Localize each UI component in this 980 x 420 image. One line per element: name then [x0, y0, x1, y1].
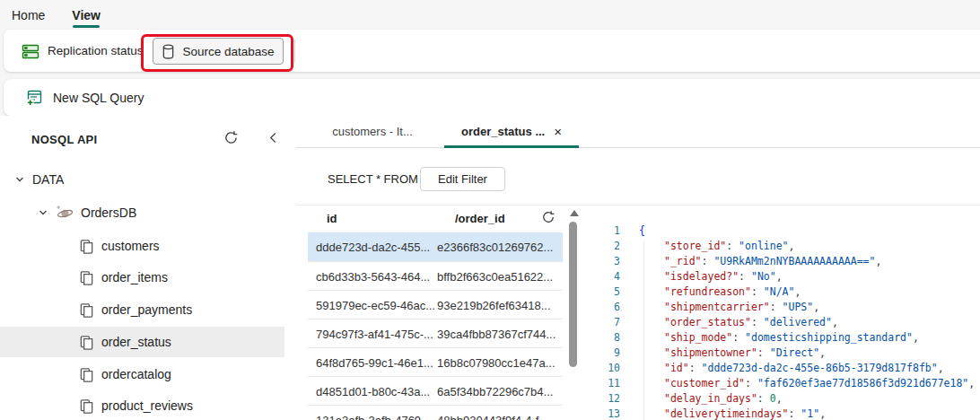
code-line: "shipmentowner": "Direct", [639, 346, 975, 361]
code-line: "isdelayed?": "No", [639, 269, 975, 284]
tree-item-label: DATA [32, 172, 64, 187]
replication-status-icon [22, 42, 39, 60]
document-icon [79, 239, 94, 254]
cell-id: 591979ec-ec59-46ac... [316, 298, 435, 311]
sidebar-item-order_payments[interactable]: order_payments [79, 294, 192, 325]
cell-id: cb6d33b3-5643-464... [316, 269, 430, 283]
json-document-editor[interactable]: {"store_id": "online","_rid": "U9RkAMm2n… [639, 223, 975, 420]
new-sql-query-icon [26, 89, 43, 106]
scroll-up-icon[interactable] [570, 210, 579, 216]
cell-order-id: 48bb930443f9f4-4-f... [437, 413, 548, 420]
cell-order-id: 6a5f34bb72296c7b4... [437, 384, 553, 398]
cell-order-id: e2366f83c01269762... [437, 241, 553, 254]
collapse-chevron-left-icon[interactable] [267, 131, 280, 144]
cell-id: 131a3afb-3afb-4769... [316, 413, 431, 420]
tab-view[interactable]: View [72, 8, 101, 22]
cosmos-planet-icon [56, 204, 74, 222]
query-row-divider [296, 205, 980, 206]
line-number: 2 [588, 239, 620, 254]
container-label: order_items [101, 270, 168, 284]
line-number: 12 [588, 391, 620, 407]
source-database-button[interactable]: Source database [153, 38, 284, 65]
chevron-down-icon[interactable] [38, 207, 48, 218]
toolbar-divider [294, 39, 295, 62]
tab-label: order_status ... [461, 125, 545, 138]
line-number: 8 [588, 330, 620, 346]
tabstrip-divider [296, 147, 980, 148]
table-row[interactable]: 131a3afb-3afb-4769...48bb930443f9f4-4-f.… [308, 405, 563, 420]
sidebar-item-product_reviews[interactable]: product_reviews [79, 390, 193, 420]
code-line: "_rid": "U9RkAMm2nNYBAAAAAAAAAA==", [639, 254, 975, 269]
line-number: 9 [588, 346, 620, 361]
tree-item-ordersdb[interactable]: OrdersDB [38, 201, 136, 224]
tree-item-label: OrdersDB [81, 206, 136, 220]
database-icon [162, 44, 175, 59]
line-number: 3 [588, 254, 620, 269]
document-icon [79, 302, 94, 318]
cell-id: 64f8d765-99c1-46e1... [316, 355, 433, 369]
column-header-order-id[interactable]: /order_id [455, 212, 505, 225]
code-line: "ship_mode": "domesticshipping_standard"… [639, 330, 975, 346]
table-row[interactable]: cb6d33b3-5643-464...bffb2f663c0ea51622..… [308, 261, 563, 290]
tab-order-status[interactable]: order_status ... × [444, 116, 579, 147]
sidebar-item-ordercatalog[interactable]: ordercatalog [79, 359, 171, 389]
line-number: 6 [588, 300, 620, 315]
source-database-label: Source database [182, 45, 274, 58]
tab-home[interactable]: Home [12, 8, 45, 22]
container-label: order_status [101, 335, 171, 349]
replication-status-button[interactable]: Replication status [13, 36, 153, 66]
cell-id: ddde723d-da2c-455... [316, 241, 430, 254]
api-title: NOSQL API [31, 133, 98, 146]
close-icon[interactable]: × [554, 125, 562, 138]
new-sql-query-label: New SQL Query [53, 91, 144, 105]
container-label: product_reviews [101, 398, 193, 413]
table-refresh-icon[interactable] [541, 210, 556, 224]
table-row[interactable]: ddde723d-da2c-455...e2366f83c01269762... [308, 232, 563, 261]
content-area: customers - It... order_status ... × SEL… [296, 116, 980, 420]
document-icon [79, 367, 94, 382]
main-area: NOSQL API DATA [0, 116, 980, 420]
document-icon [79, 335, 94, 350]
cell-id: d4851d01-b80c-43a... [316, 384, 430, 398]
line-number: 13 [588, 407, 620, 420]
code-line: "delay_in_days": 0, [639, 391, 975, 407]
line-number: 7 [588, 315, 620, 330]
table-row[interactable]: d4851d01-b80c-43a...6a5f34bb72296c7b4... [308, 376, 563, 405]
container-label: customers [101, 239, 160, 253]
refresh-icon[interactable] [223, 130, 239, 145]
tree-item-data[interactable]: DATA [14, 168, 64, 191]
line-number: 4 [588, 269, 620, 284]
line-number: 10 [588, 361, 620, 376]
table-row[interactable]: 591979ec-ec59-46ac...93e219b26fef63418..… [308, 290, 563, 319]
code-line: "order_status": "delivered", [639, 315, 975, 330]
table-scrollbar-thumb[interactable] [569, 222, 577, 367]
code-line: "shipmentcarrier": "UPS", [639, 300, 975, 315]
tab-customers[interactable]: customers - It... [305, 116, 440, 147]
cell-order-id: bffb2f663c0ea51622... [437, 269, 553, 283]
code-line: "id": "ddde723d-da2c-455e-86b5-3179d817f… [639, 361, 975, 376]
tab-label: customers - It... [332, 125, 413, 138]
replication-status-label: Replication status [48, 44, 144, 57]
active-tab-underline [444, 145, 579, 148]
line-number: 1 [588, 223, 620, 239]
sidebar-item-customers[interactable]: customers [79, 231, 160, 261]
column-header-id[interactable]: id [327, 212, 337, 225]
table-row[interactable]: 794c97f3-af41-475c-...39ca4fbb87367cf744… [308, 319, 563, 347]
sidebar: NOSQL API DATA [0, 116, 296, 420]
line-number: 5 [588, 284, 620, 300]
container-label: order_payments [101, 302, 192, 317]
edit-filter-button[interactable]: Edit Filter [420, 167, 505, 191]
line-number: 11 [588, 376, 620, 391]
sidebar-item-order_items[interactable]: order_items [79, 262, 168, 293]
document-icon [79, 398, 94, 414]
table-row[interactable]: 64f8d765-99c1-46e1...16b8c07980cc1e47a..… [308, 347, 563, 376]
new-sql-query-button[interactable]: New SQL Query [4, 79, 980, 116]
sidebar-item-order_status[interactable]: order_status [79, 327, 171, 357]
chevron-down-icon[interactable] [14, 174, 25, 185]
app-window: Home View Replication status Source data… [0, 0, 980, 420]
cell-order-id: 39ca4fbb87367cf744... [437, 327, 556, 340]
code-line: "deliverytimeindays": "1", [639, 407, 975, 420]
cell-id: 794c97f3-af41-475c-... [316, 327, 433, 340]
ribbon-toolbar: Replication status Source database [4, 30, 980, 72]
container-label: ordercatalog [101, 367, 171, 381]
